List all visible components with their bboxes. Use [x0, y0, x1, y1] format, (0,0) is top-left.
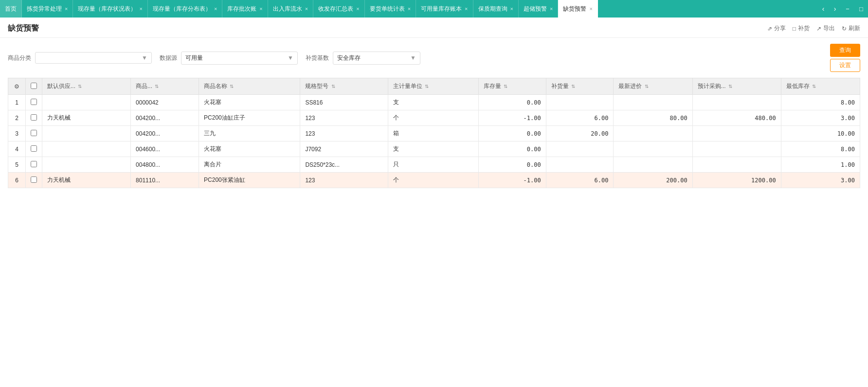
- tab-close-collect[interactable]: ×: [356, 6, 359, 12]
- col-stock[interactable]: 库存量 ⇅: [479, 78, 546, 95]
- data-source-select[interactable]: 可用量 ▼: [181, 52, 298, 65]
- row-checkbox-6[interactable]: [26, 173, 42, 188]
- tab-close-inv-status[interactable]: ×: [139, 6, 142, 12]
- row-code-4: 004600...: [131, 141, 199, 157]
- row-unit-3: 箱: [388, 126, 479, 141]
- page-title: 缺货预警: [8, 23, 39, 34]
- sort-icon-est: ⇅: [728, 84, 732, 89]
- tab-close-order[interactable]: ×: [408, 6, 411, 12]
- tab-close-expiry[interactable]: ×: [510, 6, 513, 12]
- tab-expiry[interactable]: 保质期查询 ×: [473, 0, 519, 18]
- tab-minimize-button[interactable]: −: [841, 0, 854, 18]
- row-select-5[interactable]: [31, 161, 37, 167]
- settings-button[interactable]: 设置: [830, 59, 860, 72]
- tab-close-avail[interactable]: ×: [465, 6, 468, 12]
- row-est-2: 480.00: [692, 110, 781, 126]
- tab-abnormal[interactable]: 拣货异常处理 ×: [22, 0, 73, 18]
- table-row: 4 004600... 火花塞 J7092 支 0.00 8.00: [8, 141, 860, 157]
- tab-close-inout[interactable]: ×: [305, 6, 308, 12]
- data-source-arrow-icon: ▼: [288, 54, 293, 61]
- tab-home[interactable]: 首页: [0, 0, 22, 18]
- gear-icon: ⚙: [14, 83, 19, 90]
- sort-icon-supplier: ⇅: [78, 84, 82, 89]
- category-label: 商品分类: [8, 54, 31, 62]
- category-arrow-icon: ▼: [142, 54, 147, 61]
- row-stock-3: 0.00: [479, 126, 546, 141]
- row-supplier-2: 力天机械: [42, 110, 131, 126]
- col-min-stock[interactable]: 最低库存 ⇅: [781, 78, 860, 95]
- row-select-4[interactable]: [31, 145, 37, 152]
- row-unit-6: 个: [388, 173, 479, 188]
- tab-close-abnormal[interactable]: ×: [65, 6, 68, 12]
- col-unit[interactable]: 主计量单位 ⇅: [388, 78, 479, 95]
- col-latest-price[interactable]: 最新进价 ⇅: [614, 78, 692, 95]
- row-est-1: [692, 95, 781, 110]
- row-price-4: [614, 141, 692, 157]
- tab-order-stats[interactable]: 要货单统计表 ×: [365, 0, 416, 18]
- table-row: 2 力天机械 004200... PC200油缸庄子 123 个 -1.00 6…: [8, 110, 860, 126]
- replenish-base-arrow-icon: ▼: [410, 54, 416, 61]
- row-supplier-5: [42, 157, 131, 173]
- sort-icon-spec: ⇅: [331, 84, 335, 89]
- row-checkbox-4[interactable]: [26, 141, 42, 157]
- category-select[interactable]: ▼: [35, 52, 152, 64]
- tab-close-batch[interactable]: ×: [259, 6, 262, 12]
- row-unit-2: 个: [388, 110, 479, 126]
- refresh-button[interactable]: ↻ 刷新: [842, 24, 860, 33]
- row-checkbox-5[interactable]: [26, 157, 42, 173]
- col-default-supplier[interactable]: 默认供应... ⇅: [42, 78, 131, 95]
- col-product-name[interactable]: 商品名称 ⇅: [199, 78, 300, 95]
- col-checkbox[interactable]: [26, 78, 42, 95]
- row-name-3: 三九: [199, 126, 300, 141]
- replenish-icon: □: [793, 25, 796, 32]
- tab-collect-summary[interactable]: 收发存汇总表 ×: [313, 0, 364, 18]
- col-product-code[interactable]: 商品... ⇅: [131, 78, 199, 95]
- row-stock-6: -1.00: [479, 173, 546, 188]
- tab-shortage[interactable]: 缺货预警 ×: [558, 0, 597, 18]
- row-spec-3: 123: [300, 126, 388, 141]
- tab-close-shortage[interactable]: ×: [589, 6, 592, 12]
- tab-close-inv-dist[interactable]: ×: [214, 6, 217, 12]
- tab-available-ledger[interactable]: 可用量库存账本 ×: [416, 0, 473, 18]
- tab-bar: 首页 拣货异常处理 × 现存量（库存状况表） × 现存量（库存分布表） × 库存…: [0, 0, 868, 18]
- tab-batch[interactable]: 库存批次账 ×: [222, 0, 268, 18]
- col-spec[interactable]: 规格型号 ⇅: [300, 78, 388, 95]
- data-table: ⚙ 默认供应... ⇅ 商品... ⇅ 商品名称 ⇅: [8, 78, 860, 188]
- row-index-2: 2: [8, 110, 26, 126]
- tab-close-overstock[interactable]: ×: [550, 6, 553, 12]
- row-index-5: 5: [8, 157, 26, 173]
- replenish-base-label: 补货基数: [306, 54, 329, 62]
- tab-next-button[interactable]: ›: [829, 5, 841, 13]
- tab-inout-flow[interactable]: 出入库流水 ×: [268, 0, 313, 18]
- row-spec-1: SS816: [300, 95, 388, 110]
- share-button[interactable]: ⇗ 分享: [767, 24, 786, 33]
- row-checkbox-3[interactable]: [26, 126, 42, 141]
- replenish-base-select[interactable]: 安全库存 ▼: [333, 52, 420, 65]
- tab-inventory-status[interactable]: 现存量（库存状况表） ×: [73, 0, 147, 18]
- tab-maximize-button[interactable]: □: [854, 0, 868, 18]
- row-select-1[interactable]: [31, 99, 37, 105]
- query-button[interactable]: 查询: [830, 44, 860, 57]
- col-settings[interactable]: ⚙: [8, 78, 26, 95]
- row-select-3[interactable]: [31, 130, 37, 136]
- col-replenish[interactable]: 补货量 ⇅: [546, 78, 614, 95]
- row-checkbox-1[interactable]: [26, 95, 42, 110]
- tab-inventory-dist[interactable]: 现存量（库存分布表） ×: [148, 0, 222, 18]
- row-select-6[interactable]: [31, 176, 37, 183]
- row-checkbox-2[interactable]: [26, 110, 42, 126]
- row-name-2: PC200油缸庄子: [199, 110, 300, 126]
- row-code-3: 004200...: [131, 126, 199, 141]
- tab-prev-button[interactable]: ‹: [817, 5, 829, 13]
- row-spec-5: DS250*23c...: [300, 157, 388, 173]
- export-button[interactable]: ↗ 导出: [816, 24, 835, 33]
- sort-icon-min: ⇅: [812, 84, 816, 89]
- tab-overstock[interactable]: 超储预警 ×: [519, 0, 558, 18]
- data-source-label: 数据源: [160, 54, 177, 62]
- row-select-2[interactable]: [31, 114, 37, 121]
- replenish-button[interactable]: □ 补货: [793, 24, 810, 33]
- col-est-purchase[interactable]: 预计采购... ⇅: [692, 78, 781, 95]
- row-price-2: 80.00: [614, 110, 692, 126]
- row-code-6: 801110...: [131, 173, 199, 188]
- select-all-checkbox[interactable]: [31, 83, 37, 89]
- row-replenish-1: [546, 95, 614, 110]
